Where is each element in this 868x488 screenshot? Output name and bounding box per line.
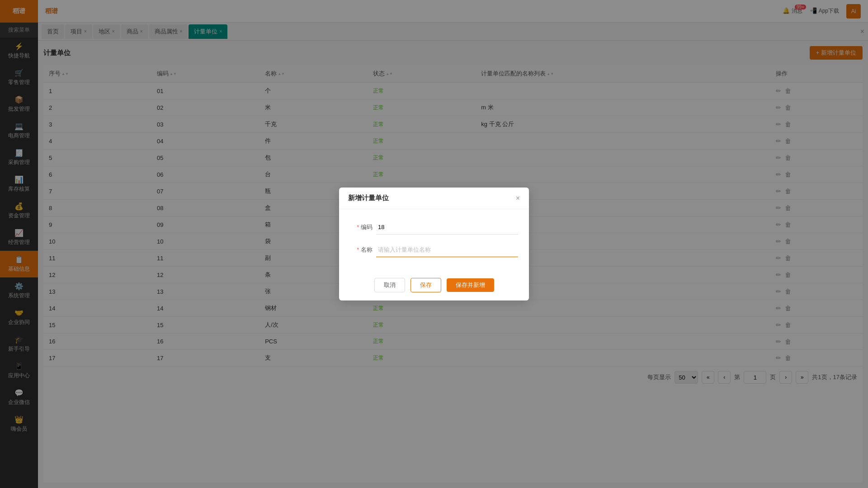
modal-close-button[interactable]: × — [516, 194, 520, 202]
form-row-name: 名称 — [350, 243, 518, 257]
form-name-label: 名称 — [350, 246, 373, 254]
modal-overlay: 新增计量单位 × 编码 名称 取消 保存 保存并新增 — [0, 0, 868, 488]
modal-footer: 取消 保存 保存并新增 — [339, 272, 529, 300]
form-row-code: 编码 — [350, 220, 518, 235]
form-name-input[interactable] — [376, 243, 518, 257]
save-and-new-button[interactable]: 保存并新增 — [447, 278, 494, 292]
save-button[interactable]: 保存 — [410, 278, 441, 292]
cancel-button[interactable]: 取消 — [374, 278, 405, 292]
modal-add-unit: 新增计量单位 × 编码 名称 取消 保存 保存并新增 — [339, 188, 529, 300]
form-code-input[interactable] — [376, 220, 518, 235]
modal-body: 编码 名称 — [339, 209, 529, 272]
form-code-label: 编码 — [350, 223, 373, 231]
modal-header: 新增计量单位 × — [339, 188, 529, 209]
modal-title: 新增计量单位 — [348, 194, 389, 202]
